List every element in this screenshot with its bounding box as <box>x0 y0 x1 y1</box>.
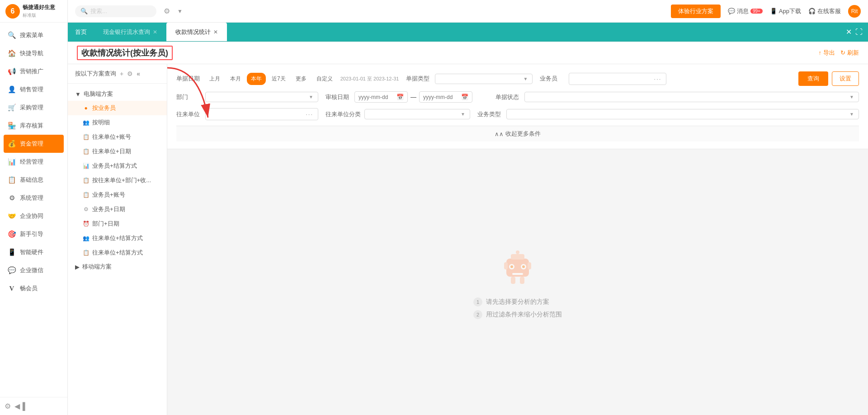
doctype-select[interactable]: ▼ <box>435 74 533 84</box>
tree-section: ▼ 电脑端方案 ● 按业务员 👥 按明细 📋 往来单位+账号 📋 往来 <box>68 84 167 277</box>
topbar-search-box[interactable]: 🔍 搜索... <box>75 5 156 17</box>
member-icon: V <box>7 284 16 293</box>
tree-group-mobile[interactable]: ▶ 移动端方案 <box>68 260 167 274</box>
online-service-action[interactable]: 🎧 在线客服 <box>808 7 841 15</box>
sidebar-item-member[interactable]: V 畅会员 <box>0 279 67 297</box>
step-2-number: 2 <box>473 310 482 319</box>
partner-more-dots[interactable]: ··· <box>306 111 313 118</box>
tree-item-unit-dept[interactable]: 📋 按往来单位+部门+收... <box>68 173 167 188</box>
date-btn-custom[interactable]: 自定义 <box>312 73 337 85</box>
settings-button[interactable]: 设置 <box>832 71 859 86</box>
reviewdate-start-input[interactable] <box>359 94 395 100</box>
salesman-more-dots[interactable]: ··· <box>654 75 662 82</box>
sidebar-item-basic[interactable]: 📋 基础信息 <box>0 171 67 189</box>
sidebar-item-system[interactable]: ⚙ 系统管理 <box>0 189 67 207</box>
panel-settings-icon[interactable]: ⚙ <box>127 70 133 77</box>
tree-item-unit-settle2[interactable]: 📋 往来单位+结算方式 <box>68 245 167 260</box>
sidebar-item-enterprise[interactable]: 🤝 企业协同 <box>0 207 67 225</box>
reviewdate-start-wrapper[interactable]: 📅 <box>354 91 408 103</box>
filter-reviewdate-item: 审核日期 📅 — 📅 <box>326 91 488 103</box>
export-button[interactable]: ↑ 导出 <box>819 49 835 57</box>
tab-collection[interactable]: 收款情况统计 ✕ <box>166 23 227 41</box>
unit-dept-icon: 📋 <box>82 177 90 184</box>
tree-item-dept-date[interactable]: ⏰ 部门+日期 <box>68 217 167 231</box>
right-panel: 单据日期 上月 本月 本年 近7天 更多 自定义 2023-01-01 至 20… <box>167 64 868 415</box>
reviewdate-label: 审核日期 <box>326 93 351 101</box>
sidebar-item-search[interactable]: 🔍 搜索菜单 <box>0 26 67 44</box>
tree-group-desktop[interactable]: ▼ 电脑端方案 <box>68 87 167 101</box>
date-btn-last-month[interactable]: 上月 <box>205 73 224 85</box>
panel-add-icon[interactable]: + <box>120 70 123 77</box>
date-btn-more[interactable]: 更多 <box>292 73 311 85</box>
tree-item-by-salesman[interactable]: ● 按业务员 <box>68 101 167 115</box>
docstatus-select[interactable]: ▼ <box>524 92 859 102</box>
tab-expand-icon[interactable]: ⛶ <box>855 28 863 36</box>
export-icon: ↑ <box>819 49 822 56</box>
download-icon: 📱 <box>770 8 777 14</box>
sidebar-item-sales[interactable]: 👤 销售管理 <box>0 80 67 99</box>
date-btn-7days[interactable]: 近7天 <box>268 73 290 85</box>
query-button[interactable]: 查询 <box>798 71 828 86</box>
panel-title: 按以下方案查询 <box>75 70 116 78</box>
tree-item-unit-date[interactable]: 📋 往来单位+日期 <box>68 144 167 159</box>
filter-row-2: 部门 ▼ 审核日期 📅 — <box>176 91 859 103</box>
sidebar-item-marketing[interactable]: 📢 营销推广 <box>0 62 67 80</box>
tree-item-unit-account[interactable]: 📋 往来单位+账号 <box>68 130 167 144</box>
tree-item-by-detail[interactable]: 👥 按明细 <box>68 115 167 130</box>
step-1-number: 1 <box>473 297 482 307</box>
message-action[interactable]: 💬 消息 99+ <box>728 7 763 15</box>
tab-bank-close[interactable]: ✕ <box>153 29 157 35</box>
tree-item-salesman-date[interactable]: ⚙ 业务员+日期 <box>68 202 167 217</box>
tree-item-unit-settle1[interactable]: 👥 往来单位+结算方式 <box>68 231 167 245</box>
unit-settle2-icon: 📋 <box>82 249 90 256</box>
docstatus-chevron: ▼ <box>849 94 854 99</box>
search-placeholder: 搜索... <box>90 7 107 15</box>
sidebar-item-finance[interactable]: 💰 资金管理 <box>4 135 64 153</box>
reviewdate-end-input[interactable] <box>423 94 459 100</box>
panel-collapse-icon[interactable]: « <box>137 70 140 77</box>
filter-biztype-item: 业务类型 ▼ <box>477 109 859 119</box>
hardware-icon: 📱 <box>7 248 16 257</box>
trial-button[interactable]: 体验行业方案 <box>671 5 721 18</box>
operations-icon: 📊 <box>7 157 16 166</box>
filter-docstatus-item: 单据状态 ▼ <box>495 92 859 102</box>
collapse-bar[interactable]: ∧∧ 收起更多条件 <box>176 126 859 141</box>
sidebar-item-operations[interactable]: 📊 经营管理 <box>0 153 67 171</box>
sidebar-item-hardware[interactable]: 📱 智能硬件 <box>0 243 67 261</box>
tab-home[interactable]: 首页 <box>68 23 94 41</box>
sidebar-item-inventory[interactable]: 🏪 库存核算 <box>0 117 67 135</box>
tab-bank[interactable]: 现金银行流水查询 ✕ <box>94 23 166 41</box>
svg-rect-1 <box>511 254 524 259</box>
settings-icon[interactable]: ⚙ <box>164 7 170 15</box>
app-download-action[interactable]: 📱 App下载 <box>770 7 801 15</box>
sidebar-item-guide[interactable]: 🎯 新手引导 <box>0 225 67 243</box>
salesman-select[interactable]: ··· <box>569 73 666 85</box>
guide-icon: 🎯 <box>7 230 16 239</box>
sidebar-item-purchase[interactable]: 🛒 采购管理 <box>0 99 67 117</box>
biztype-select[interactable]: ▼ <box>506 109 859 119</box>
dropdown-icon[interactable]: ▼ <box>177 8 183 14</box>
sidebar-item-wechat[interactable]: 💬 企业微信 <box>0 261 67 279</box>
docstatus-label: 单据状态 <box>495 93 521 101</box>
reviewdate-end-wrapper[interactable]: 📅 <box>419 91 472 103</box>
calendar-start-icon[interactable]: 📅 <box>396 94 404 100</box>
user-avatar[interactable]: Rit <box>848 5 861 18</box>
message-icon: 💬 <box>728 8 735 14</box>
sidebar-item-quicknav[interactable]: 🏠 快捷导航 <box>0 44 67 62</box>
partner-category-select[interactable]: ▼ <box>364 109 470 119</box>
tab-close-all-icon[interactable]: ✕ <box>846 28 852 36</box>
tab-collection-close[interactable]: ✕ <box>213 29 218 35</box>
tree-item-salesman-account[interactable]: 📋 业务员+账号 <box>68 188 167 202</box>
empty-robot-icon <box>495 245 540 290</box>
footer-collapse-icon[interactable]: ◀▐ <box>14 402 25 410</box>
refresh-button[interactable]: ↻ 刷新 <box>840 49 859 57</box>
biztype-label: 业务类型 <box>477 110 503 118</box>
dept-select[interactable]: ▼ <box>205 92 318 102</box>
date-btn-this-month[interactable]: 本月 <box>226 73 245 85</box>
tabbar-actions: ✕ ⛶ <box>840 28 868 36</box>
footer-settings-icon[interactable]: ⚙ <box>5 402 11 410</box>
date-btn-this-year[interactable]: 本年 <box>247 73 266 85</box>
partner-select[interactable]: ··· <box>205 108 318 120</box>
tree-item-salesman-settle[interactable]: 📊 业务员+结算方式 <box>68 159 167 173</box>
calendar-end-icon[interactable]: 📅 <box>461 94 468 100</box>
